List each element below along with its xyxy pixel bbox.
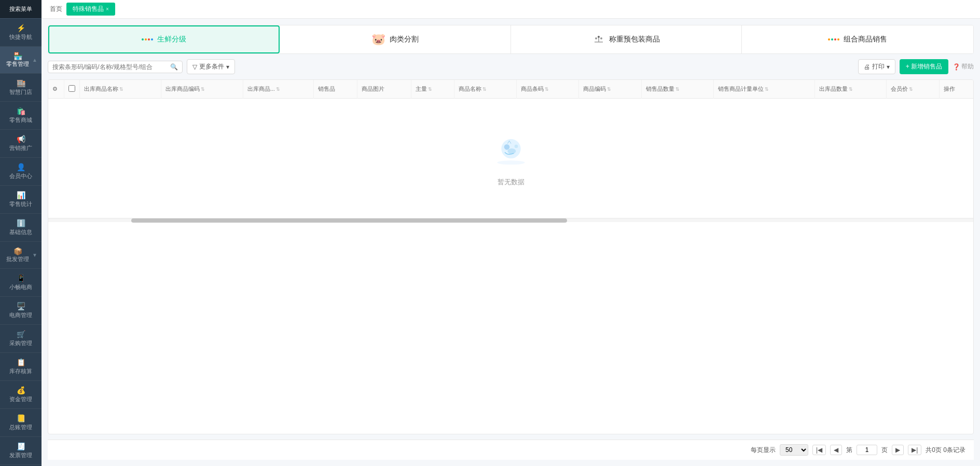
page-label-post: 页 [881,446,888,455]
cat-tab-meat-split[interactable]: 🐷 肉类分割 [280,25,511,53]
filter-arrow-icon: ▾ [226,63,229,71]
pig-icon: 🐷 [371,33,385,46]
th-prod-code[interactable]: 商品编码 ⇅ [579,80,641,99]
sidebar-item-finance[interactable]: 💰 资金管理 [0,381,42,409]
empty-state: 暂无数据 [48,99,973,218]
topbar: 首页 特殊销售品 × [42,0,980,19]
print-button[interactable]: 🖨 打印 ▾ [858,59,895,74]
add-product-button[interactable]: + 新增销售品 [900,59,948,74]
sidebar-item-smart-store[interactable]: 🏬 智慧门店 [0,74,42,102]
mobile-icon: 📱 [17,274,25,282]
sidebar-item-retail-mgmt[interactable]: 🏪 零售管理 ▲ [0,47,42,74]
data-table: ⚙ 出库商品名称 ⇅ 出库商 [48,80,973,218]
chevron-icon: ▲ [32,57,37,63]
cat-tab-weight-prepack[interactable]: 称重预包装商品 [511,25,742,53]
search-box[interactable]: 🔍 [48,61,183,73]
help-label: 帮助 [961,62,974,71]
sidebar-item-purchase[interactable]: 🛒 采购管理 [0,325,42,353]
sidebar-item-label: 采购管理 [9,339,32,347]
fresh-grade-icon [142,38,153,40]
book-icon: 📒 [17,414,25,422]
search-icon[interactable]: 🔍 [170,63,178,71]
sidebar-item-inventory[interactable]: 📋 库存核算 [0,353,42,381]
chart-icon: 📊 [17,191,25,199]
select-all-checkbox[interactable] [68,85,75,92]
sidebar-item-basic-info[interactable]: ℹ️ 基础信息 [0,214,42,242]
sort-icon: ⇅ [545,87,549,92]
settings-col-icon: ⚙ [52,86,58,92]
filter-icon: ▽ [192,63,197,71]
sidebar-item-ecom-mgmt[interactable]: 🖥️ 电商管理 [0,297,42,325]
per-page-select[interactable]: 50 20 100 [780,444,808,456]
sidebar-item-quick-nav[interactable]: ⚡ 快捷导航 [0,19,42,47]
toolbar: 🔍 ▽ 更多条件 ▾ 🖨 打印 ▾ + 新增销售品 ❓ [48,59,974,74]
monitor-icon: 🖥️ [17,302,25,310]
sidebar-item-label: 基础信息 [9,228,32,236]
content-area: 生鲜分级 🐷 肉类分割 称重预包装商品 [42,19,980,466]
active-tab[interactable]: 特殊销售品 × [66,3,115,16]
svg-point-8 [507,148,516,154]
help-button[interactable]: ❓ 帮助 [953,62,974,71]
filter-button[interactable]: ▽ 更多条件 ▾ [187,59,235,74]
horizontal-scrollbar[interactable] [48,218,973,222]
th-sale-qty[interactable]: 销售品数量 ⇅ [641,80,713,99]
clipboard-icon: 📋 [17,358,25,366]
sidebar-item-general-ledger[interactable]: 📒 总账管理 [0,409,42,437]
first-page-button[interactable]: |◀ [812,445,826,455]
scrollbar-thumb[interactable] [131,218,567,223]
sort-icon: ⇅ [428,87,432,92]
sidebar-logo[interactable]: 搜索菜单 [0,0,42,19]
th-sale-prod[interactable]: 销售品 [313,80,357,99]
tab-label: 特殊销售品 [73,5,104,13]
cat-tab-combo-sales[interactable]: 组合商品销售 [742,25,973,53]
th-settings[interactable]: ⚙ [48,80,64,99]
sort-icon: ⇅ [276,87,280,92]
sidebar-item-label: 小畅电商 [9,283,32,291]
fresh-grade-label: 生鲜分级 [157,35,186,44]
combo-icon [828,38,839,40]
sidebar-item-wholesale[interactable]: 📦 批发管理 ▼ [0,242,42,269]
print-arrow-icon: ▾ [887,63,890,71]
svg-point-9 [514,145,518,148]
close-tab-button[interactable]: × [106,6,109,12]
store-icon: 🏪 [13,52,22,60]
th-out-qty[interactable]: 出库品数量 ⇅ [815,80,887,99]
bag-icon: 🛍️ [17,107,25,115]
cart-icon: 🛒 [17,330,25,338]
sidebar-item-mini-ecom[interactable]: 📱 小畅电商 [0,269,42,297]
th-sale-unit[interactable]: 销售商品计量单位 ⇅ [713,80,815,99]
th-member-price[interactable]: 会员价 ⇅ [887,80,940,99]
prev-page-button[interactable]: ◀ [830,445,842,455]
svg-point-2 [600,37,602,39]
cat-tab-fresh-grade[interactable]: 生鲜分级 [48,25,280,53]
empty-text: 暂无数据 [498,177,524,187]
search-input[interactable] [52,63,168,71]
th-out-prod-short[interactable]: 出库商品... ⇅ [243,80,313,99]
th-weight[interactable]: 主量 ⇅ [411,80,454,99]
per-page-label: 每页显示 [751,446,776,455]
sidebar-item-invoice[interactable]: 🧾 发票管理 [0,437,42,465]
th-prod-image[interactable]: 商品图片 [357,80,411,99]
box-icon: 📦 [13,247,22,255]
filter-label: 更多条件 [199,62,224,71]
chevron-down-icon: ▼ [32,252,37,258]
page-label-pre: 第 [846,446,852,455]
sidebar-item-member[interactable]: 👤 会员中心 [0,158,42,186]
home-breadcrumb[interactable]: 首页 [50,5,62,13]
sidebar-item-retail-mall[interactable]: 🛍️ 零售商城 [0,102,42,130]
total-label: 共0页 0条记录 [926,446,965,455]
next-page-button[interactable]: ▶ [892,445,904,455]
th-prod-barcode[interactable]: 商品条码 ⇅ [517,80,579,99]
th-out-prod-code[interactable]: 出库商品编码 ⇅ [161,80,243,99]
sidebar-item-label: 零售管理 [6,60,29,68]
add-label: + 新增销售品 [906,62,942,71]
table-header-row: ⚙ 出库商品名称 ⇅ 出库商 [48,80,973,99]
sidebar-item-sales-promo[interactable]: 📢 营销推广 [0,130,42,158]
last-page-button[interactable]: ▶| [908,445,921,455]
page-input[interactable] [857,445,877,455]
th-prod-name[interactable]: 商品名称 ⇅ [454,80,516,99]
sidebar-item-label: 电商管理 [9,311,32,319]
th-checkbox[interactable] [64,80,79,99]
th-out-prod-name[interactable]: 出库商品名称 ⇅ [79,80,161,99]
sidebar-item-retail-stats[interactable]: 📊 零售统计 [0,186,42,214]
